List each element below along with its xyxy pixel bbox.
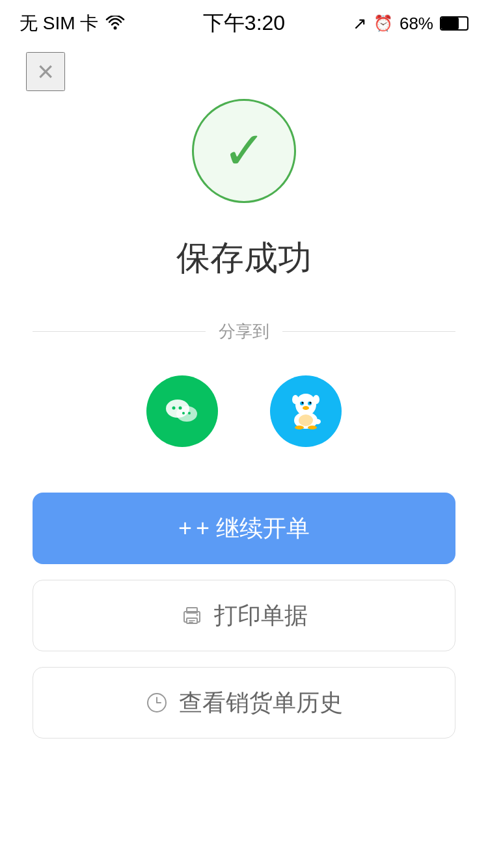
carrier-label: 无 SIM 卡: [20, 11, 98, 36]
svg-point-4: [179, 407, 182, 410]
svg-point-12: [303, 406, 309, 410]
close-button[interactable]: ×: [26, 52, 65, 91]
close-icon: ×: [37, 57, 54, 86]
svg-point-17: [292, 395, 299, 404]
time-display: 下午3:20: [203, 9, 285, 38]
battery-icon: [440, 16, 468, 31]
battery-percent: 68%: [400, 14, 433, 34]
svg-point-3: [172, 407, 176, 410]
svg-rect-24: [189, 622, 193, 623]
wechat-icon: [161, 390, 203, 432]
qq-icon: [285, 390, 327, 432]
svg-point-15: [295, 426, 304, 429]
share-divider: 分享到: [0, 320, 488, 343]
svg-rect-23: [189, 620, 195, 621]
svg-point-14: [299, 414, 313, 426]
svg-point-25: [197, 614, 198, 616]
continue-button[interactable]: + + 继续开单: [33, 493, 455, 564]
share-icons-container: [146, 375, 342, 447]
location-icon: ↗: [353, 14, 367, 34]
success-circle: ✓: [192, 99, 296, 203]
svg-point-10: [302, 402, 304, 404]
print-icon: [180, 604, 204, 627]
wechat-share-button[interactable]: [146, 375, 218, 447]
history-button[interactable]: 查看销货单历史: [33, 667, 455, 739]
status-bar-right: ↗ ⏰ 68%: [353, 14, 468, 34]
share-label: 分享到: [206, 320, 282, 343]
status-bar-left: 无 SIM 卡: [20, 11, 126, 36]
svg-point-0: [114, 27, 117, 30]
history-label: 查看销货单历史: [179, 687, 343, 719]
svg-point-6: [188, 412, 191, 414]
alarm-icon: ⏰: [373, 14, 393, 33]
svg-point-11: [310, 402, 312, 404]
status-bar: 无 SIM 卡 下午3:20 ↗ ⏰ 68%: [0, 0, 488, 47]
divider-line-right: [282, 331, 455, 332]
svg-point-16: [308, 426, 317, 429]
checkmark-icon: ✓: [223, 125, 266, 177]
main-content: ✓ 保存成功 分享到: [0, 47, 488, 739]
buttons-area: + + 继续开单 打印单据 查看销货单历史: [0, 493, 488, 739]
print-button[interactable]: 打印单据: [33, 580, 455, 651]
svg-point-18: [313, 395, 319, 404]
success-title: 保存成功: [176, 236, 312, 281]
history-icon: [145, 691, 169, 714]
svg-point-19: [314, 419, 321, 424]
continue-label: + 继续开单: [196, 513, 310, 545]
divider-line-left: [33, 331, 206, 332]
wifi-icon: [105, 16, 126, 31]
print-label: 打印单据: [214, 600, 308, 632]
svg-point-5: [182, 412, 185, 414]
qq-share-button[interactable]: [270, 375, 342, 447]
plus-icon: +: [178, 515, 192, 542]
